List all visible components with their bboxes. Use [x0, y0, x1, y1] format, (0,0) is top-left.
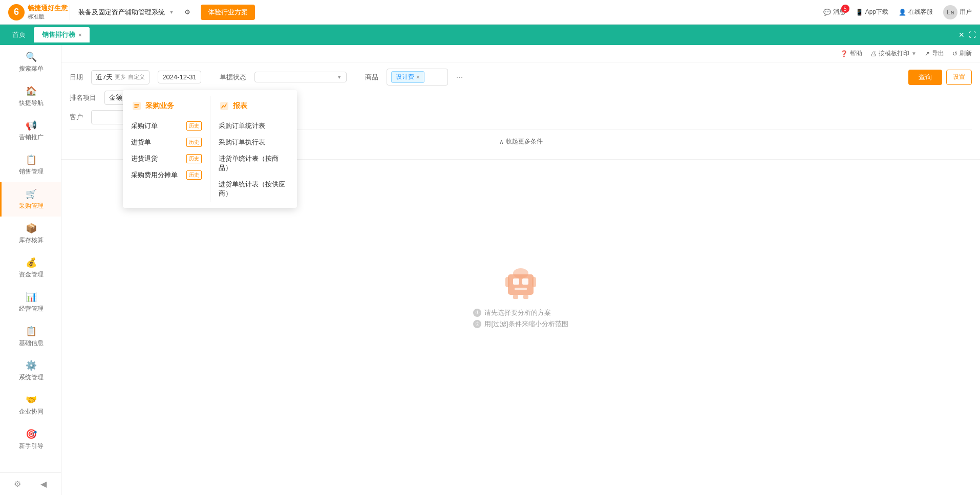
purchase-icon: 🛒 [26, 188, 37, 200]
dropdown-col-report-title: 报表 [219, 96, 289, 118]
tab-close-button[interactable]: × [78, 32, 81, 38]
dropdown-item-purchase-order[interactable]: 采购订单 历史 [131, 118, 202, 134]
tab-fullscreen-button[interactable]: ⛶ [969, 31, 976, 39]
dropdown-item-goods-receipt[interactable]: 进货单 历史 [131, 134, 202, 150]
tab-home[interactable]: 首页 [4, 27, 34, 42]
svg-rect-7 [523, 295, 528, 299]
refresh-button[interactable]: ↺ 刷新 [952, 49, 972, 58]
topbar: 6 畅捷通好生意 标准版 装备及固定资产辅助管理系统 ▼ ⚙ 体验行业方案 💬 … [0, 0, 980, 25]
industry-button[interactable]: 体验行业方案 [201, 5, 255, 20]
export-button[interactable]: ↗ 导出 [925, 49, 944, 58]
svg-rect-1 [513, 278, 519, 285]
sidebar-item-marketing[interactable]: 📢 营销推广 [0, 114, 61, 148]
svg-rect-6 [513, 295, 518, 299]
dropdown-item-po-exec[interactable]: 采购订单执行表 [219, 134, 289, 150]
dropdown-item-receipt-stats-supplier[interactable]: 进货单统计表（按供应商） [219, 176, 289, 202]
phone-icon: 📱 [856, 9, 863, 16]
sidebar-item-sales[interactable]: 📋 销售管理 [0, 148, 61, 182]
logo-text: 畅捷通好生意 标准版 [28, 4, 68, 20]
empty-hint-2: ② 用[过滤]条件来缩小分析范围 [473, 319, 568, 329]
goods-select[interactable]: 设计费 × [387, 69, 448, 85]
dropdown-columns: 采购业务 采购订单 历史 进货单 历史 进货退货 历史 [123, 96, 297, 202]
toolbar: ❓ 帮助 🖨 按模板打印 ▼ ↗ 导出 ↺ 刷新 [61, 45, 980, 62]
date-filter-value[interactable]: 2024-12-31 [158, 71, 201, 83]
print-button[interactable]: 🖨 按模板打印 ▼ [870, 49, 917, 58]
message-button[interactable]: 💬 5 消息 [823, 8, 845, 16]
dropdown-col-purchase-title: 采购业务 [131, 96, 202, 118]
user-menu-button[interactable]: Ea 用户 [943, 5, 972, 19]
empty-illustration [495, 259, 546, 300]
help-icon: ❓ [840, 50, 848, 57]
svg-rect-5 [532, 277, 536, 287]
basic-icon: 📋 [26, 326, 37, 337]
goods-tag-remove[interactable]: × [416, 74, 420, 81]
sidebar-item-finance[interactable]: 💰 资金管理 [0, 251, 61, 285]
voucher-status-select[interactable]: ▼ [254, 72, 347, 82]
dropdown-item-purchase-expense[interactable]: 采购费用分摊单 历史 [131, 167, 202, 183]
svg-point-8 [513, 268, 528, 278]
sidebar: 🔍 搜索菜单 🏠 快捷导航 📢 营销推广 📋 销售管理 🛒 采购管理 📦 库存核… [0, 45, 61, 495]
content-area: ❓ 帮助 🖨 按模板打印 ▼ ↗ 导出 ↺ 刷新 [61, 45, 980, 495]
goods-label: 商品 [365, 73, 378, 82]
goods-more-button[interactable]: ··· [456, 73, 463, 82]
dropdown-item-receipt-stats-goods[interactable]: 进货单统计表（按商品） [219, 150, 289, 176]
report-title-icon [219, 100, 230, 112]
print-dropdown-arrow[interactable]: ▼ [911, 51, 917, 56]
sidebar-item-inventory[interactable]: 📦 库存核算 [0, 217, 61, 251]
marketing-icon: 📢 [26, 120, 37, 131]
sidebar-item-search[interactable]: 🔍 搜索菜单 [0, 45, 61, 79]
svg-rect-3 [515, 288, 527, 290]
history-badge-3: 历史 [186, 170, 202, 180]
step-1-num: ① [473, 309, 481, 317]
empty-svg [495, 259, 546, 300]
filter-row-1: 日期 近7天 更多 自定义 2024-12-31 单据状态 ▼ 商品 [70, 69, 972, 85]
tab-sales-ranking[interactable]: 销售排行榜 × [34, 27, 90, 42]
system-dropdown-arrow[interactable]: ▼ [169, 9, 174, 15]
history-badge-1: 历史 [186, 138, 202, 147]
collapse-icon: ∧ [499, 138, 504, 145]
system-icon: ⚙️ [26, 360, 37, 371]
sales-icon: 📋 [26, 154, 37, 165]
date-filter-quick[interactable]: 近7天 更多 自定义 [91, 70, 150, 84]
query-button[interactable]: 查询 [908, 70, 942, 85]
system-name: 装备及固定资产辅助管理系统 [78, 8, 165, 17]
cooperation-icon: 🤝 [26, 394, 37, 405]
sidebar-item-guide[interactable]: 🎯 新手引导 [0, 422, 61, 457]
tab-expand-area: ✕ ⛶ [958, 31, 976, 39]
purchase-dropdown-menu: 采购业务 采购订单 历史 进货单 历史 进货退货 历史 [123, 90, 297, 208]
tab-close-all-button[interactable]: ✕ [958, 31, 965, 39]
app-download-button[interactable]: 📱 App下载 [856, 8, 888, 16]
set-button[interactable]: 设置 [946, 70, 972, 85]
sidebar-item-operations[interactable]: 📊 经营管理 [0, 285, 61, 319]
history-badge-2: 历史 [186, 154, 202, 163]
system-gear-button[interactable]: ⚙ [180, 5, 195, 19]
inventory-icon: 📦 [26, 223, 37, 234]
dropdown-item-po-stats[interactable]: 采购订单统计表 [219, 118, 289, 134]
sidebar-bottom: ⚙ ◀ [0, 472, 61, 495]
dropdown-item-goods-return[interactable]: 进货退货 历史 [131, 150, 202, 167]
svg-rect-4 [505, 277, 509, 287]
avatar: Ea [943, 5, 957, 19]
dropdown-col-purchase: 采购业务 采购订单 历史 进货单 历史 进货退货 历史 [123, 96, 210, 202]
date-label: 日期 [70, 73, 83, 82]
sidebar-item-cooperation[interactable]: 🤝 企业协同 [0, 388, 61, 422]
empty-hint-1: ① 请先选择要分析的方案 [473, 308, 568, 317]
help-button[interactable]: ❓ 帮助 [840, 49, 862, 58]
collapse-button[interactable]: ∧ 收起更多条件 [499, 133, 543, 150]
search-icon: 🔍 [26, 51, 37, 62]
logo-area: 6 畅捷通好生意 标准版 [8, 4, 70, 20]
home-icon: 🏠 [26, 85, 37, 97]
online-service-button[interactable]: 👤 在线客服 [899, 8, 933, 16]
message-icon: 💬 [823, 9, 831, 16]
sidebar-collapse-button[interactable]: ◀ [33, 479, 55, 489]
sidebar-item-purchase[interactable]: 🛒 采购管理 [0, 182, 61, 217]
sidebar-item-basic[interactable]: 📋 基础信息 [0, 319, 61, 354]
sidebar-item-system[interactable]: ⚙️ 系统管理 [0, 354, 61, 388]
tab-bar: 首页 销售排行榜 × ✕ ⛶ [0, 25, 980, 45]
sidebar-settings-button[interactable]: ⚙ [6, 479, 29, 489]
message-badge: 5 [841, 5, 849, 13]
goods-tag: 设计费 × [391, 71, 424, 83]
sidebar-item-quicknav[interactable]: 🏠 快捷导航 [0, 79, 61, 114]
main-layout: 🔍 搜索菜单 🏠 快捷导航 📢 营销推广 📋 销售管理 🛒 采购管理 📦 库存核… [0, 45, 980, 495]
customer-label: 客户 [70, 113, 83, 122]
